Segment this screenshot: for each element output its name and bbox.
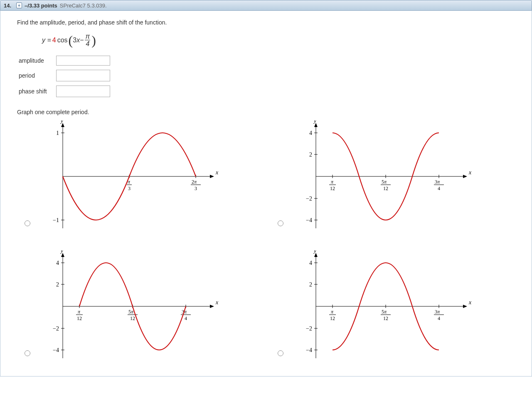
eq-fraction: π 4 <box>85 33 91 47</box>
eq-coefficient: 4 <box>52 37 56 44</box>
svg-marker-21 <box>463 175 467 178</box>
eq-lhs: y = <box>42 37 51 44</box>
graph-c-svg: 4 2 −2 −4 π 12 5π 12 3π 4 y x <box>38 250 221 362</box>
instruction-text: Find the amplitude, period, and phase sh… <box>17 19 515 26</box>
svg-text:−2: −2 <box>306 325 312 332</box>
period-label: period <box>19 72 56 79</box>
assignment-ref: SPreCalc7 5.3.039. <box>60 2 107 9</box>
svg-text:5π: 5π <box>382 179 387 185</box>
graph-option-d: 4 2 −2 −4 π 12 5π 12 3π 4 y x <box>291 250 515 364</box>
graph-b-svg: 4 2 −2 −4 π 12 5π 12 3π 4 y x <box>291 120 474 232</box>
svg-text:4: 4 <box>309 260 312 266</box>
svg-text:y: y <box>313 120 317 124</box>
svg-text:3: 3 <box>195 186 197 191</box>
svg-text:4: 4 <box>185 315 187 321</box>
eq-func: cos <box>57 37 68 44</box>
radio-option-c[interactable] <box>25 350 30 356</box>
svg-marker-73 <box>463 305 467 308</box>
svg-text:3π: 3π <box>435 179 440 185</box>
svg-text:3: 3 <box>128 186 131 191</box>
svg-text:5π: 5π <box>382 309 387 315</box>
svg-text:12: 12 <box>383 315 388 321</box>
svg-marker-3 <box>210 175 214 178</box>
period-input[interactable] <box>56 70 110 81</box>
svg-text:−2: −2 <box>306 196 312 202</box>
svg-text:π: π <box>78 309 81 315</box>
svg-text:x: x <box>215 299 219 306</box>
eq-var: x <box>76 37 80 44</box>
svg-text:y: y <box>60 250 64 254</box>
svg-text:π: π <box>331 179 334 185</box>
expand-toggle-icon[interactable]: + <box>16 2 22 8</box>
graph-option-a: 1 −1 π 3 2π 3 y x <box>38 120 262 234</box>
svg-text:4: 4 <box>56 260 59 266</box>
graph-d-svg: 4 2 −2 −4 π 12 5π 12 3π 4 y x <box>291 250 474 362</box>
graph-option-c: 4 2 −2 −4 π 12 5π 12 3π 4 y x <box>38 250 262 364</box>
svg-text:x: x <box>468 299 472 306</box>
svg-text:−4: −4 <box>306 217 312 223</box>
radio-option-b[interactable] <box>278 220 283 226</box>
amplitude-label: amplitude <box>19 57 56 64</box>
svg-text:2: 2 <box>56 281 59 288</box>
svg-text:12: 12 <box>130 315 135 321</box>
svg-text:2: 2 <box>309 281 312 288</box>
graph-options: 1 −1 π 3 2π 3 y x <box>38 120 515 364</box>
graph-option-b: 4 2 −2 −4 π 12 5π 12 3π 4 y x <box>291 120 515 234</box>
svg-marker-47 <box>210 305 214 308</box>
svg-text:y: y <box>60 120 64 124</box>
svg-text:−1: −1 <box>53 217 59 223</box>
svg-text:−4: −4 <box>53 347 59 353</box>
svg-text:12: 12 <box>330 315 335 321</box>
equation-display: y = 4 cos ( 3 x − π 4 ) <box>42 33 515 47</box>
answer-table: amplitude period phase shift <box>19 56 515 97</box>
svg-text:4: 4 <box>309 130 312 136</box>
radio-option-a[interactable] <box>25 220 30 226</box>
svg-text:4: 4 <box>438 315 440 321</box>
eq-minus: − <box>80 37 84 44</box>
radio-option-d[interactable] <box>278 350 283 356</box>
question-header: 14. + –/3.33 points SPreCalc7 5.3.039. <box>0 0 532 11</box>
eq-mult: 3 <box>73 37 76 44</box>
svg-text:12: 12 <box>330 186 335 191</box>
amplitude-input[interactable] <box>56 56 110 66</box>
points-text: –/3.33 points <box>25 2 57 9</box>
paren-left-icon: ( <box>69 34 73 47</box>
svg-text:−4: −4 <box>306 347 312 353</box>
phase-shift-input[interactable] <box>56 86 110 97</box>
svg-text:x: x <box>468 169 472 176</box>
question-number: 14. <box>4 2 11 9</box>
graph-instruction: Graph one complete period. <box>17 109 515 115</box>
svg-text:π: π <box>331 309 334 315</box>
graph-a-svg: 1 −1 π 3 2π 3 y x <box>38 120 221 232</box>
svg-text:12: 12 <box>383 186 388 191</box>
paren-right-icon: ) <box>91 34 96 47</box>
eq-paren-group: ( 3 x − π 4 ) <box>69 33 96 47</box>
svg-text:4: 4 <box>438 186 440 191</box>
phase-shift-label: phase shift <box>19 88 56 95</box>
svg-text:3π: 3π <box>435 309 440 315</box>
svg-text:−2: −2 <box>53 325 59 332</box>
svg-text:5π: 5π <box>128 309 134 315</box>
question-body: Find the amplitude, period, and phase sh… <box>0 11 532 377</box>
svg-text:2: 2 <box>309 152 312 158</box>
svg-text:1: 1 <box>56 130 59 136</box>
svg-text:y: y <box>313 250 317 254</box>
svg-text:12: 12 <box>77 315 82 321</box>
svg-text:x: x <box>215 169 219 176</box>
svg-text:2π: 2π <box>192 179 197 185</box>
